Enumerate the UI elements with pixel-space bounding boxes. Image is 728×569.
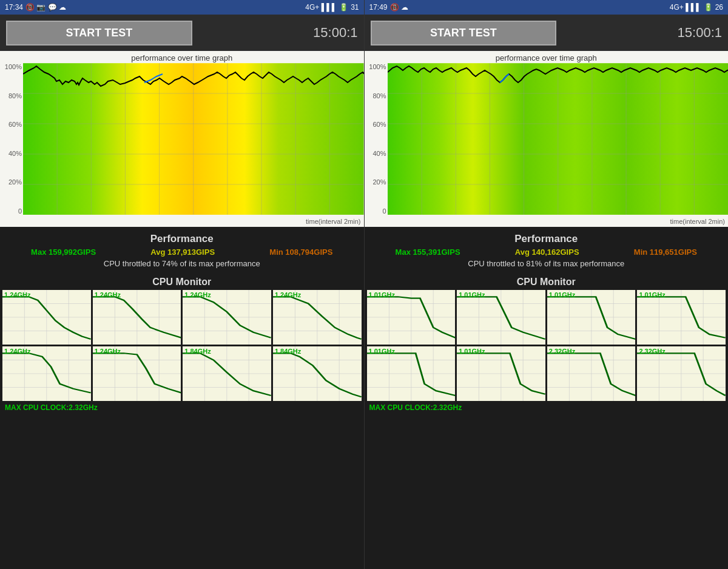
cpu-freq-r7: 2.32GHz xyxy=(639,348,665,355)
cpu-freq-r1: 1.01GHz xyxy=(459,291,485,298)
top-controls-right: START TEST 15:00:1 xyxy=(365,15,729,51)
cpu-freq-7: 1.84GHz xyxy=(275,348,301,355)
battery-right: 🔋 xyxy=(704,3,713,12)
cpu-freq-r5: 1.01GHz xyxy=(459,348,485,355)
graph-x-label-right: time(interval 2min) xyxy=(670,218,725,225)
status-bar-right: 17:49 📵 ☁ 4G+ ▌▌▌ 🔋 26 xyxy=(365,0,729,15)
time-left: 17:34 xyxy=(5,3,23,12)
graph-title-right: performance over time graph xyxy=(365,53,729,62)
perf-avg-left: Avg 137,913GIPS xyxy=(150,247,215,257)
perf-metrics-right: Max 155,391GIPS Avg 140,162GIPS Min 119,… xyxy=(368,247,725,257)
top-controls-left: START TEST 15:00:1 xyxy=(0,15,364,51)
cpu-freq-4: 1.24GHz xyxy=(4,348,30,355)
icons-right: 📵 ☁ xyxy=(390,3,408,12)
cpu-grid-right: 1.01GHz 1.01GHz xyxy=(367,290,726,401)
cpu-cell-5: 1.24GHz xyxy=(93,346,181,401)
cpu-freq-r4: 1.01GHz xyxy=(369,348,395,355)
perf-max-left: Max 159,992GIPS xyxy=(31,247,96,257)
panel-left: 17:34 📵 📷 💬 ☁ 4G+ ▌▌▌ 🔋 31 START TEST 15… xyxy=(0,0,365,569)
cpu-cell-r2: 1.01GHz xyxy=(547,290,636,345)
cpu-freq-2: 1.24GHz xyxy=(184,291,211,298)
cpu-cell-r1: 1.01GHz xyxy=(457,290,545,345)
cpu-freq-r2: 1.01GHz xyxy=(549,291,575,298)
graph-x-label-left: time(interval 2min) xyxy=(306,218,360,225)
cpu-cell-r7: 2.32GHz xyxy=(637,346,726,401)
start-test-button-left[interactable]: START TEST xyxy=(6,21,192,45)
cpu-cell-7: 1.84GHz xyxy=(273,346,362,401)
perf-throttle-right: CPU throttled to 81% of its max performa… xyxy=(368,259,725,268)
perf-throttle-left: CPU throttled to 74% of its max performa… xyxy=(4,259,360,268)
graph-canvas-left xyxy=(23,63,364,215)
icons-left: 📵 📷 💬 ☁ xyxy=(25,3,66,12)
cpu-freq-r0: 1.01GHz xyxy=(369,291,395,298)
cpu-cell-r3: 1.01GHz xyxy=(637,290,726,345)
cpu-freq-1: 1.24GHz xyxy=(95,291,121,298)
battery-pct-right: 26 xyxy=(715,3,723,12)
cpu-cell-2: 1.24GHz xyxy=(183,290,271,345)
cpu-cell-r0: 1.01GHz xyxy=(367,290,456,345)
signal-right: 4G+ ▌▌▌ xyxy=(670,3,701,12)
perf-title-right: Performance xyxy=(368,233,725,245)
graph-y-labels-right: 100% 80% 60% 40% 20% 0 xyxy=(365,63,388,215)
cpu-cell-r6: 2.32GHz xyxy=(547,346,636,401)
graph-y-labels-left: 100% 80% 60% 40% 20% 0 xyxy=(0,63,23,215)
cpu-cell-r4: 1.01GHz xyxy=(367,346,456,401)
cpu-monitor-title-left: CPU Monitor xyxy=(2,273,362,290)
cpu-freq-3: 1.24GHz xyxy=(275,291,301,298)
max-cpu-clock-left: MAX CPU CLOCK:2.32GHz xyxy=(2,401,362,413)
cpu-freq-r3: 1.01GHz xyxy=(639,291,665,298)
cpu-cell-0: 1.24GHz xyxy=(2,290,91,345)
graph-canvas-right xyxy=(388,63,729,215)
perf-metrics-left: Max 159,992GIPS Avg 137,913GIPS Min 108,… xyxy=(4,247,360,257)
performance-graph-left: performance over time graph 100% 80% 60%… xyxy=(0,51,364,227)
cpu-cell-r5: 1.01GHz xyxy=(457,346,545,401)
cpu-monitor-right: CPU Monitor 1.01GHz xyxy=(365,273,729,569)
cpu-freq-r6: 2.32GHz xyxy=(549,348,575,355)
battery-left: 🔋 xyxy=(339,3,348,12)
signal-left: 4G+ ▌▌▌ xyxy=(305,3,337,12)
start-test-button-right[interactable]: START TEST xyxy=(371,21,557,45)
cpu-monitor-title-right: CPU Monitor xyxy=(367,273,726,290)
max-cpu-clock-right: MAX CPU CLOCK:2.32GHz xyxy=(367,401,726,413)
perf-min-right: Min 119,651GIPS xyxy=(634,247,697,257)
perf-avg-right: Avg 140,162GIPS xyxy=(515,247,579,257)
cpu-cell-3: 1.24GHz xyxy=(273,290,362,345)
panel-right: 17:49 📵 ☁ 4G+ ▌▌▌ 🔋 26 START TEST 15:00:… xyxy=(365,0,729,569)
graph-title-left: performance over time graph xyxy=(0,53,364,62)
cpu-cell-4: 1.24GHz xyxy=(2,346,91,401)
perf-title-left: Performance xyxy=(4,233,360,245)
performance-graph-right: performance over time graph 100% 80% 60%… xyxy=(365,51,729,227)
time-right: 17:49 xyxy=(369,3,388,12)
perf-section-left: Performance Max 159,992GIPS Avg 137,913G… xyxy=(0,227,364,273)
status-bar-left: 17:34 📵 📷 💬 ☁ 4G+ ▌▌▌ 🔋 31 xyxy=(0,0,364,15)
cpu-cell-1: 1.24GHz xyxy=(93,290,181,345)
perf-section-right: Performance Max 155,391GIPS Avg 140,162G… xyxy=(365,227,729,273)
perf-min-left: Min 108,794GIPS xyxy=(269,247,332,257)
cpu-freq-6: 1.84GHz xyxy=(184,348,211,355)
timer-right: 15:00:1 xyxy=(562,25,722,41)
cpu-cell-6: 1.84GHz xyxy=(183,346,271,401)
cpu-freq-5: 1.24GHz xyxy=(95,348,121,355)
perf-max-right: Max 155,391GIPS xyxy=(396,247,460,257)
timer-left: 15:00:1 xyxy=(198,25,358,41)
cpu-freq-0: 1.24GHz xyxy=(4,291,30,298)
cpu-grid-left: 1.24GHz 1.24GHz xyxy=(2,290,362,401)
battery-pct-left: 31 xyxy=(351,3,359,12)
cpu-monitor-left: CPU Monitor 1.24GHz xyxy=(0,273,364,569)
